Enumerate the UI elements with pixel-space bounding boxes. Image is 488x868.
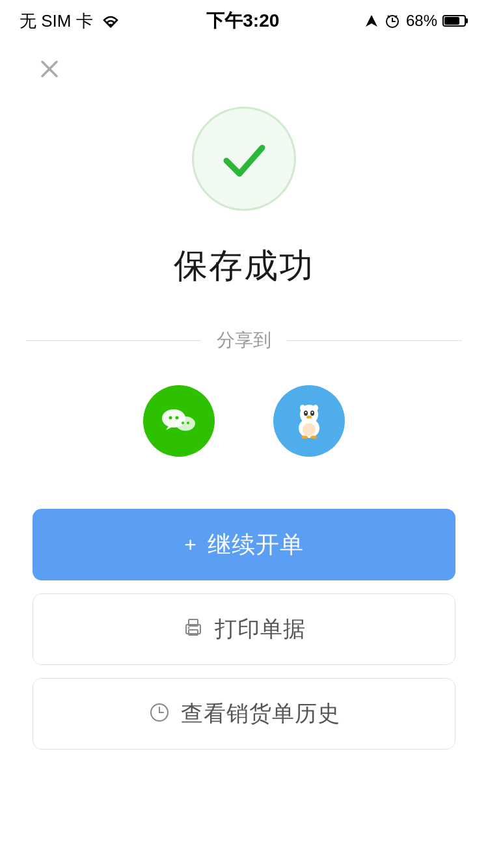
wechat-share-button[interactable] xyxy=(143,385,215,457)
svg-point-23 xyxy=(306,415,312,418)
continue-label: 继续开单 xyxy=(208,529,304,561)
svg-point-33 xyxy=(188,627,190,629)
location-icon xyxy=(364,14,379,28)
history-label: 查看销货单历史 xyxy=(181,699,340,729)
svg-marker-17 xyxy=(166,426,172,430)
qq-share-button[interactable] xyxy=(273,385,345,457)
history-icon xyxy=(148,701,170,727)
print-button[interactable]: 打印单据 xyxy=(33,593,455,665)
svg-point-22 xyxy=(311,411,312,413)
svg-point-27 xyxy=(310,435,317,439)
status-time: 下午3:20 xyxy=(206,8,279,33)
svg-point-15 xyxy=(182,422,184,424)
plus-icon: + xyxy=(184,534,197,555)
wifi-icon xyxy=(100,12,122,29)
svg-marker-0 xyxy=(366,15,377,27)
divider-left xyxy=(26,340,201,341)
battery-label: 68% xyxy=(406,12,437,30)
main-content: 保存成功 分享到 xyxy=(0,42,488,750)
svg-point-21 xyxy=(305,411,306,413)
share-icons xyxy=(143,385,345,457)
svg-rect-7 xyxy=(465,18,468,23)
divider-right xyxy=(287,340,462,341)
no-sim-label: 无 SIM 卡 xyxy=(20,10,93,33)
svg-point-16 xyxy=(187,422,189,424)
print-icon xyxy=(182,617,204,642)
alarm-icon xyxy=(384,12,401,29)
action-buttons: + 继续开单 打印单据 xyxy=(33,509,455,750)
share-divider: 分享到 xyxy=(0,328,488,353)
continue-button[interactable]: + 继续开单 xyxy=(33,509,455,580)
svg-rect-8 xyxy=(444,17,459,25)
svg-point-14 xyxy=(176,416,179,420)
close-button[interactable] xyxy=(33,52,66,86)
checkmark-icon xyxy=(217,131,272,187)
qq-icon xyxy=(288,400,331,442)
svg-point-25 xyxy=(303,423,316,436)
status-right: 68% xyxy=(364,12,468,30)
status-left: 无 SIM 卡 xyxy=(20,10,122,33)
svg-point-29 xyxy=(313,405,318,411)
share-section: 分享到 xyxy=(0,328,488,457)
svg-point-12 xyxy=(176,416,195,431)
success-title: 保存成功 xyxy=(174,243,314,289)
share-label: 分享到 xyxy=(201,328,287,353)
svg-point-28 xyxy=(300,405,305,411)
svg-point-13 xyxy=(169,416,172,420)
print-label: 打印单据 xyxy=(215,614,306,644)
success-icon-circle xyxy=(192,107,296,211)
status-bar: 无 SIM 卡 下午3:20 68% xyxy=(0,0,488,42)
svg-point-26 xyxy=(301,435,308,439)
battery-icon xyxy=(442,14,468,28)
wechat-icon xyxy=(157,399,201,443)
history-button[interactable]: 查看销货单历史 xyxy=(33,678,455,750)
